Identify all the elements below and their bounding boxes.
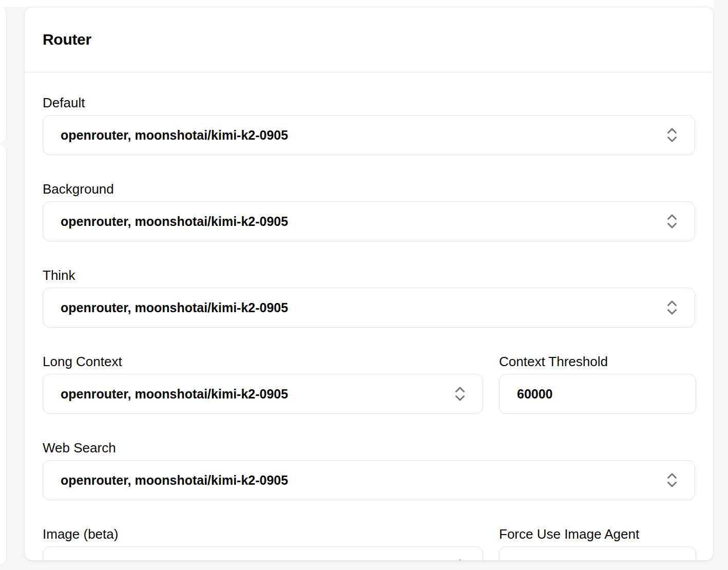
field-row-long-context: Long Context openrouter, moonshotai/kimi… (43, 354, 695, 414)
adjacent-card-bottom-edge (0, 0, 714, 7)
adjacent-card-edge-lower (0, 145, 7, 564)
long-context-model-select[interactable]: openrouter, moonshotai/kimi-k2-0905 (43, 374, 483, 414)
background-label: Background (43, 181, 695, 197)
image-model-select[interactable] (43, 546, 483, 561)
think-label: Think (43, 268, 695, 283)
context-threshold-label: Context Threshold (499, 354, 696, 369)
adjacent-card-edge-upper (0, 7, 7, 142)
web-search-model-select-value: openrouter, moonshotai/kimi-k2-0905 (61, 473, 288, 488)
card-content: Default openrouter, moonshotai/kimi-k2-0… (25, 72, 713, 561)
field-row-web-search: Web Search openrouter, moonshotai/kimi-k… (43, 440, 695, 500)
field-row-image: Image (beta) Force Use Image Agent (43, 526, 695, 561)
page-background: { "panel": { "title": "Router", "fields"… (0, 0, 728, 570)
panel-title: Router (43, 31, 91, 48)
chevrons-up-down-icon (451, 385, 469, 403)
field-row-think: Think openrouter, moonshotai/kimi-k2-090… (43, 268, 695, 328)
force-use-image-agent-label: Force Use Image Agent (499, 526, 696, 542)
chevrons-up-down-icon (663, 298, 681, 317)
field-row-background: Background openrouter, moonshotai/kimi-k… (43, 181, 695, 241)
think-model-select-value: openrouter, moonshotai/kimi-k2-0905 (61, 300, 288, 315)
think-model-select[interactable]: openrouter, moonshotai/kimi-k2-0905 (43, 288, 695, 328)
chevrons-up-down-icon (663, 126, 681, 144)
long-context-model-select-value: openrouter, moonshotai/kimi-k2-0905 (61, 387, 288, 402)
web-search-label: Web Search (43, 440, 695, 455)
card-header: Router (25, 7, 713, 72)
router-settings-card: Router Default openrouter, moonshotai/ki… (24, 7, 714, 561)
default-label: Default (43, 95, 695, 110)
force-use-image-agent-input[interactable] (499, 546, 696, 561)
field-row-default: Default openrouter, moonshotai/kimi-k2-0… (43, 95, 695, 155)
chevrons-up-down-icon (663, 212, 681, 231)
background-model-select[interactable]: openrouter, moonshotai/kimi-k2-0905 (43, 201, 695, 241)
context-threshold-input[interactable] (499, 374, 696, 414)
chevrons-up-down-icon (451, 557, 469, 561)
default-model-select-value: openrouter, moonshotai/kimi-k2-0905 (61, 128, 288, 143)
default-model-select[interactable]: openrouter, moonshotai/kimi-k2-0905 (43, 115, 695, 155)
chevrons-up-down-icon (663, 471, 681, 489)
long-context-label: Long Context (43, 354, 483, 369)
image-label: Image (beta) (43, 526, 483, 542)
background-model-select-value: openrouter, moonshotai/kimi-k2-0905 (61, 214, 288, 229)
web-search-model-select[interactable]: openrouter, moonshotai/kimi-k2-0905 (43, 460, 695, 500)
